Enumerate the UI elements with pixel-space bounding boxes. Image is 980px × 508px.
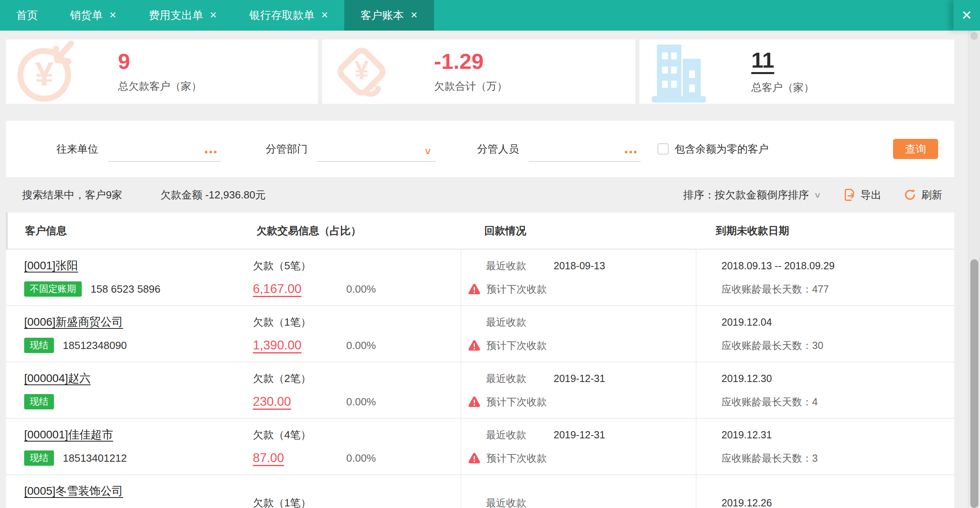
settlement-badge: 不固定账期 (24, 281, 82, 296)
ellipsis-icon[interactable]: ••• (624, 147, 638, 158)
settlement-badge: 现结 (24, 338, 54, 353)
recent-payment-label: 最近收款 (486, 372, 542, 385)
counterparty-input[interactable]: ••• (108, 136, 221, 162)
due-date-range: 2019.12.04 (722, 316, 772, 328)
aging-days: 应收账龄最长天数：3 (722, 452, 818, 465)
export-icon (844, 188, 856, 201)
warning-icon (468, 395, 481, 408)
refresh-icon (904, 188, 916, 201)
tab-label: 首页 (16, 8, 38, 23)
results-amount-value: -12,936.80元 (205, 189, 266, 201)
card-total-debt-amount: ¥ -1.29 欠款合计（万） (322, 39, 635, 104)
tab-close-icon[interactable]: ✕ (321, 11, 328, 20)
tab-home[interactable]: 首页 (0, 0, 54, 31)
stat-value: 9 (118, 50, 202, 73)
buildings-icon (647, 39, 711, 104)
debt-amount-link[interactable]: 87.00 (253, 451, 333, 465)
debt-percent: 0.00% (346, 396, 376, 408)
filter-label-counterparty: 往来单位 (56, 142, 98, 156)
recent-payment-label: 最近收款 (486, 428, 542, 442)
due-date-range: 2019.12.26 (722, 497, 772, 508)
table-row: [000001]佳佳超市 现结 18513401212 欠款（4笔） 87.00… (6, 419, 954, 475)
search-button[interactable]: 查询 (893, 139, 938, 159)
debt-amount-link[interactable]: 1,390.00 (253, 338, 333, 353)
customer-name-link[interactable]: [0006]新盛商贸公司 (24, 314, 123, 330)
stat-value-link[interactable]: 11 (751, 49, 774, 74)
recent-payment-date: 2019-12-31 (554, 373, 605, 384)
table-header: 客户信息 欠款交易信息（占比） 回款情况 到期未收款日期 (6, 213, 954, 250)
zero-balance-checkbox-label: 包含余额为零的客户 (674, 142, 769, 156)
debt-count-label: 欠款（1笔） (253, 496, 311, 508)
scrollbar-top-cap (970, 32, 978, 40)
tab-sales-order[interactable]: 销货单 ✕ (54, 0, 132, 31)
table-body: [0001]张阳 不固定账期 158 6523 5896 欠款（5笔） 6,16… (6, 250, 954, 508)
due-date-range: 2019.12.30 (722, 373, 772, 384)
debt-amount-link[interactable]: 6,167.00 (253, 282, 333, 296)
sort-label: 排序：按欠款金额倒序排序 (683, 188, 809, 202)
zero-balance-checkbox[interactable] (657, 143, 669, 155)
customer-name-link[interactable]: [0005]冬雪装饰公司 (24, 483, 123, 499)
customer-phone: 18512348090 (63, 339, 127, 352)
next-payment-label: 预计下次收款 (486, 452, 547, 465)
debt-count-label: 欠款（4笔） (253, 428, 311, 442)
card-total-debt-customers: ¥ 9 总欠款客户（家） (6, 39, 318, 104)
customer-name-link[interactable]: [000001]佳佳超市 (24, 427, 113, 442)
chevron-down-icon[interactable]: ∨ (424, 146, 432, 156)
filter-panel: 往来单位 ••• 分管部门 ∨ 分管人员 ••• 包含余额为零的客户 查询 (6, 121, 954, 177)
results-amount: 欠款金额 -12,936.80元 (160, 188, 266, 202)
staff-input[interactable]: ••• (529, 136, 641, 162)
recent-payment-label: 最近收款 (486, 316, 542, 329)
tab-customer-ledger[interactable]: 客户账本 ✕ (344, 0, 434, 31)
col-header-repayment: 回款情况 (461, 213, 696, 250)
ellipsis-icon[interactable]: ••• (205, 147, 218, 158)
results-bar: 搜索结果中，客户9家 欠款金额 -12,936.80元 排序：按欠款金额倒序排序… (6, 177, 954, 213)
filter-label-department: 分管部门 (266, 142, 308, 156)
export-button[interactable]: 导出 (844, 188, 881, 202)
settlement-badge: 现结 (24, 450, 54, 465)
export-label: 导出 (860, 188, 881, 202)
stat-label: 欠款合计（万） (434, 79, 507, 93)
debt-amount-link[interactable]: 230.00 (253, 394, 333, 409)
due-date-range: 2019.12.31 (722, 429, 772, 441)
tab-bank[interactable]: 银行存取款单 ✕ (233, 0, 344, 31)
stat-label: 总客户（家） (751, 81, 814, 95)
customer-table: 客户信息 欠款交易信息（占比） 回款情况 到期未收款日期 [0001]张阳 不固… (6, 213, 954, 508)
debt-count-label: 欠款（1笔） (253, 315, 311, 329)
tab-close-icon[interactable]: ✕ (209, 11, 217, 20)
recent-payment-date: 2019-12-31 (554, 429, 605, 441)
due-date-range: 2018.09.13 -- 2018.09.29 (722, 260, 835, 272)
customer-name-link[interactable]: [000004]赵六 (24, 371, 91, 386)
col-header-due-date: 到期未收款日期 (696, 213, 954, 250)
card-total-customers: 11 总客户（家） (639, 39, 954, 104)
svg-text:¥: ¥ (35, 56, 54, 93)
svg-text:¥: ¥ (354, 56, 369, 85)
next-payment-label: 预计下次收款 (486, 395, 547, 409)
close-icon[interactable]: ✕ (953, 0, 980, 31)
yen-tag-icon: ¥ (329, 39, 394, 104)
stat-label: 总欠款客户（家） (118, 79, 202, 93)
refresh-label: 刷新 (921, 188, 942, 202)
top-tab-bar: 首页 销货单 ✕ 费用支出单 ✕ 银行存取款单 ✕ 客户账本 ✕ (0, 0, 980, 31)
scrollbar-thumb[interactable] (970, 259, 978, 508)
close-glyph: ✕ (961, 8, 972, 23)
tab-label: 费用支出单 (149, 8, 203, 23)
results-amount-label: 欠款金额 (160, 189, 202, 201)
department-select[interactable]: ∨ (317, 136, 436, 162)
scrollbar-track[interactable] (968, 31, 980, 508)
recent-payment-label: 最近收款 (486, 259, 542, 273)
col-header-customer: 客户信息 (6, 213, 238, 250)
customer-name-link[interactable]: [0001]张阳 (24, 258, 78, 273)
refresh-button[interactable]: 刷新 (904, 188, 942, 202)
next-payment-label: 预计下次收款 (486, 283, 547, 296)
col-header-debt: 欠款交易信息（占比） (238, 213, 461, 250)
yen-circle-icon: ¥ (13, 39, 78, 104)
table-row: [000004]赵六 现结 欠款（2笔） 230.00 0.00% 最近收款 2… (6, 362, 954, 419)
debt-count-label: 欠款（2笔） (253, 372, 311, 386)
results-summary: 搜索结果中，客户9家 (22, 188, 122, 202)
warning-icon (468, 283, 481, 295)
next-payment-label: 预计下次收款 (486, 339, 547, 352)
tab-close-icon[interactable]: ✕ (109, 11, 116, 20)
sort-dropdown[interactable]: 排序：按欠款金额倒序排序 ∨ (683, 188, 821, 202)
tab-expense[interactable]: 费用支出单 ✕ (132, 0, 233, 31)
tab-close-icon[interactable]: ✕ (410, 11, 418, 20)
